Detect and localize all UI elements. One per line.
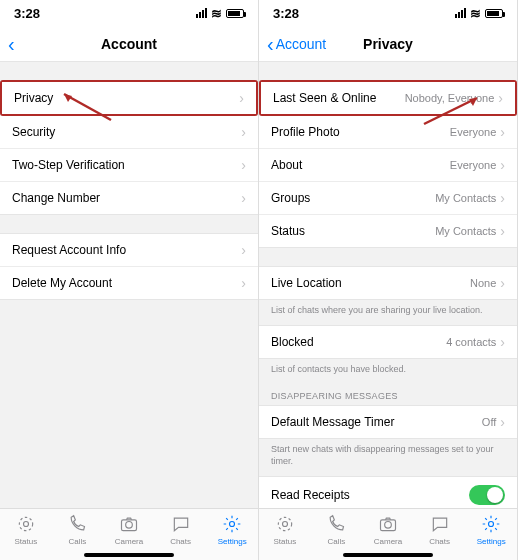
calls-tab[interactable]: Calls: [55, 513, 99, 546]
security-row[interactable]: Security ›: [0, 116, 258, 149]
row-label: Last Seen & Online: [273, 91, 376, 105]
chevron-right-icon: ›: [500, 275, 505, 291]
chats-tab[interactable]: Chats: [159, 513, 203, 546]
back-button[interactable]: ‹ Account: [267, 34, 326, 54]
row-value: 4 contacts: [446, 336, 496, 348]
read-receipts-toggle[interactable]: [469, 485, 505, 505]
live-location-footer: List of chats where you are sharing your…: [259, 300, 517, 325]
chevron-right-icon: ›: [500, 414, 505, 430]
status-icon: [15, 513, 37, 535]
account-header: ‹ Account: [0, 26, 258, 62]
chevron-right-icon: ›: [500, 157, 505, 173]
calls-tab[interactable]: Calls: [314, 513, 358, 546]
live-location-row[interactable]: Live Location None›: [259, 267, 517, 299]
profile-photo-row[interactable]: Profile Photo Everyone›: [259, 116, 517, 149]
row-label: Two-Step Verification: [12, 158, 125, 172]
status-bar: 3:28 ≋: [259, 0, 517, 26]
camera-tab[interactable]: Camera: [107, 513, 151, 546]
settings-tab[interactable]: Settings: [469, 513, 513, 546]
chevron-right-icon: ›: [241, 275, 246, 291]
tab-label: Status: [273, 537, 296, 546]
row-label: Change Number: [12, 191, 100, 205]
change-number-row[interactable]: Change Number ›: [0, 182, 258, 214]
read-receipts-row[interactable]: Read Receipts: [259, 477, 517, 508]
row-label: Blocked: [271, 335, 314, 349]
camera-icon: [118, 513, 140, 535]
home-indicator: [84, 553, 174, 557]
two-step-row[interactable]: Two-Step Verification ›: [0, 149, 258, 182]
battery-icon: [226, 9, 244, 18]
row-label: Default Message Timer: [271, 415, 394, 429]
gear-icon: [480, 513, 502, 535]
tab-label: Settings: [477, 537, 506, 546]
svg-point-3: [126, 522, 133, 529]
row-value: Off: [482, 416, 496, 428]
status-tab[interactable]: Status: [263, 513, 307, 546]
chevron-left-icon: ‹: [8, 34, 15, 54]
battery-icon: [485, 9, 503, 18]
svg-point-6: [282, 522, 287, 527]
row-value: Everyone: [450, 159, 496, 171]
tab-label: Camera: [115, 537, 143, 546]
row-label: Request Account Info: [12, 243, 126, 257]
status-time: 3:28: [14, 6, 40, 21]
chevron-right-icon: ›: [500, 334, 505, 350]
chevron-right-icon: ›: [500, 190, 505, 206]
row-label: Groups: [271, 191, 310, 205]
status-icon: [274, 513, 296, 535]
delete-account-row[interactable]: Delete My Account ›: [0, 267, 258, 299]
groups-row[interactable]: Groups My Contacts›: [259, 182, 517, 215]
svg-point-1: [23, 522, 28, 527]
tab-label: Calls: [328, 537, 346, 546]
blocked-row[interactable]: Blocked 4 contacts›: [259, 326, 517, 358]
row-value: My Contacts: [435, 192, 496, 204]
chevron-right-icon: ›: [241, 157, 246, 173]
back-label: Account: [276, 36, 327, 52]
home-indicator: [343, 553, 433, 557]
row-value: None: [470, 277, 496, 289]
chevron-right-icon: ›: [498, 90, 503, 106]
row-label: Profile Photo: [271, 125, 340, 139]
tab-label: Settings: [218, 537, 247, 546]
tab-label: Chats: [170, 537, 191, 546]
request-info-row[interactable]: Request Account Info ›: [0, 234, 258, 267]
status-tab[interactable]: Status: [4, 513, 48, 546]
status-bar: 3:28 ≋: [0, 0, 258, 26]
chat-icon: [429, 513, 451, 535]
status-row[interactable]: Status My Contacts›: [259, 215, 517, 247]
chevron-right-icon: ›: [500, 223, 505, 239]
row-label: Delete My Account: [12, 276, 112, 290]
row-label: Privacy: [14, 91, 53, 105]
last-seen-row[interactable]: Last Seen & Online Nobody, Everyone›: [259, 80, 517, 116]
phone-icon: [325, 513, 347, 535]
page-title: Privacy: [363, 36, 413, 52]
tab-label: Chats: [429, 537, 450, 546]
status-time: 3:28: [273, 6, 299, 21]
svg-point-9: [489, 522, 494, 527]
phone-icon: [66, 513, 88, 535]
row-value: Nobody, Everyone: [405, 92, 495, 104]
svg-point-4: [230, 522, 235, 527]
chevron-left-icon: ‹: [267, 34, 274, 54]
privacy-header: ‹ Account Privacy: [259, 26, 517, 62]
row-label: Read Receipts: [271, 488, 350, 502]
chevron-right-icon: ›: [241, 124, 246, 140]
signal-icon: [196, 8, 207, 18]
chats-tab[interactable]: Chats: [418, 513, 462, 546]
tab-label: Camera: [374, 537, 402, 546]
default-timer-row[interactable]: Default Message Timer Off›: [259, 406, 517, 438]
row-label: About: [271, 158, 302, 172]
row-value: My Contacts: [435, 225, 496, 237]
settings-tab[interactable]: Settings: [210, 513, 254, 546]
privacy-row[interactable]: Privacy ›: [0, 80, 258, 116]
about-row[interactable]: About Everyone›: [259, 149, 517, 182]
signal-icon: [455, 8, 466, 18]
row-value: Everyone: [450, 126, 496, 138]
wifi-icon: ≋: [211, 6, 222, 21]
wifi-icon: ≋: [470, 6, 481, 21]
disappearing-header: DISAPPEARING MESSAGES: [259, 383, 517, 405]
back-button[interactable]: ‹: [8, 34, 17, 54]
camera-tab[interactable]: Camera: [366, 513, 410, 546]
account-screen: 3:28 ≋ ‹ Account Privacy › Security › Tw…: [0, 0, 259, 560]
chevron-right-icon: ›: [239, 90, 244, 106]
